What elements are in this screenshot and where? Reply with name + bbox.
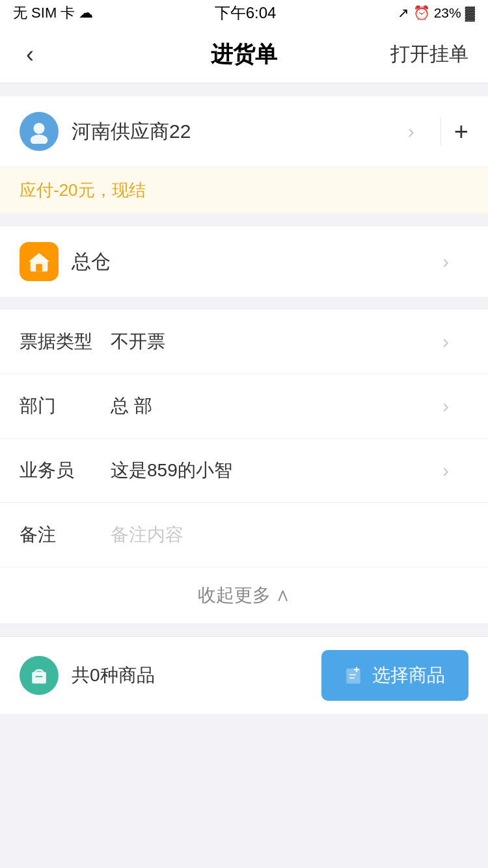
alarm-icon: ⏰ (413, 5, 430, 21)
warehouse-icon (20, 242, 59, 281)
status-time: 下午6:04 (215, 3, 277, 23)
remark-label: 备注 (20, 522, 98, 547)
status-right: ↗ ⏰ 23% ▓ (398, 5, 475, 21)
department-value: 总 部 (98, 394, 442, 418)
department-chevron-icon: › (442, 395, 449, 417)
department-row[interactable]: 部门 总 部 › (0, 373, 488, 438)
salesperson-label: 业务员 (20, 458, 98, 483)
section-divider-top (0, 83, 488, 96)
invoice-type-value: 不开票 (98, 329, 442, 354)
svg-marker-3 (29, 253, 49, 262)
product-count-text: 共0种商品 (72, 663, 308, 688)
battery-text: 23% (434, 5, 461, 21)
open-pending-button[interactable]: 打开挂单 (390, 41, 468, 68)
warehouse-row[interactable]: 总仓 › (0, 226, 488, 297)
supplier-chevron-icon: › (408, 120, 414, 142)
supplier-row[interactable]: 河南供应商22 › + (0, 96, 488, 167)
select-product-label: 选择商品 (372, 663, 445, 688)
warehouse-section: 总仓 › (0, 226, 488, 297)
remark-input[interactable]: 备注内容 (98, 522, 468, 547)
section-divider-3 (0, 297, 488, 310)
network-status: 无 SIM 卡 ☁ (13, 3, 93, 23)
invoice-type-row[interactable]: 票据类型 不开票 › (0, 310, 488, 373)
page-title: 进货单 (211, 40, 277, 70)
warehouse-chevron-icon: › (442, 251, 449, 273)
status-left: 无 SIM 卡 ☁ (13, 3, 93, 23)
bottom-bar: 共0种商品 选择商品 (0, 636, 488, 714)
svg-rect-4 (36, 264, 42, 271)
invoice-type-chevron-icon: › (442, 331, 449, 353)
warehouse-name: 总仓 (72, 249, 442, 275)
section-divider-2 (0, 213, 488, 226)
form-section: 票据类型 不开票 › 部门 总 部 › 业务员 这是859的小智 › 备注 备注… (0, 310, 488, 623)
supplier-section: 河南供应商22 › + 应付-20元，现结 (0, 96, 488, 213)
select-product-button[interactable]: 选择商品 (321, 650, 468, 701)
salesperson-chevron-icon: › (442, 459, 449, 481)
svg-rect-7 (347, 669, 360, 683)
notice-bar: 应付-20元，现结 (0, 167, 488, 213)
supplier-avatar (20, 112, 59, 151)
remark-row[interactable]: 备注 备注内容 (0, 502, 488, 567)
battery-icon: ▓ (465, 5, 475, 21)
salesperson-value: 这是859的小智 (98, 458, 442, 483)
product-bag-icon (20, 656, 59, 695)
svg-point-1 (31, 135, 48, 144)
location-icon: ↗ (398, 5, 409, 21)
back-button[interactable]: ‹ (20, 34, 40, 75)
salesperson-row[interactable]: 业务员 这是859的小智 › (0, 438, 488, 502)
collapse-button[interactable]: 收起更多 ∧ (0, 567, 488, 623)
supplier-name: 河南供应商22 (72, 118, 408, 145)
svg-rect-5 (32, 672, 46, 684)
status-bar: 无 SIM 卡 ☁ 下午6:04 ↗ ⏰ 23% ▓ (0, 0, 488, 26)
add-supplier-button[interactable]: + (441, 118, 468, 146)
svg-point-0 (33, 123, 44, 134)
department-label: 部门 (20, 394, 98, 418)
invoice-type-label: 票据类型 (20, 329, 98, 354)
